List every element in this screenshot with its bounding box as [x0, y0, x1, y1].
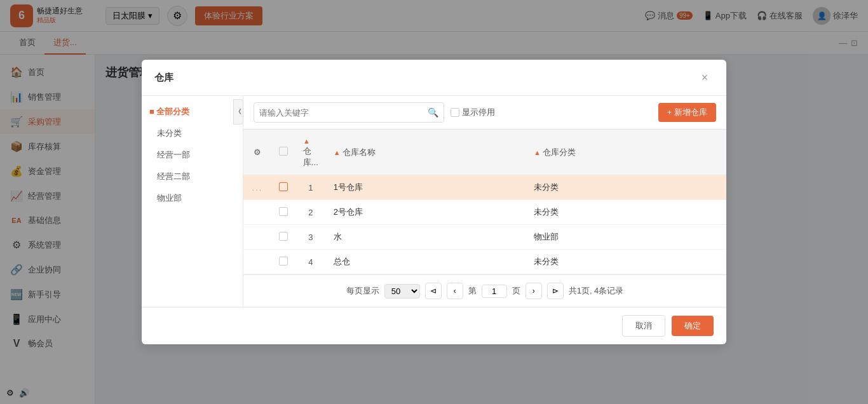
- new-warehouse-button[interactable]: + 新增仓库: [658, 103, 716, 122]
- col-check: [271, 130, 295, 175]
- page-label: 第: [468, 285, 477, 297]
- category-ops1[interactable]: 经营一部: [142, 144, 243, 166]
- next-page-button[interactable]: ›: [526, 283, 542, 299]
- col-gear: ⚙: [243, 130, 271, 175]
- row-num: 2: [295, 200, 326, 225]
- row-name: 总仓: [326, 250, 526, 274]
- search-input[interactable]: [259, 108, 428, 118]
- data-table: ⚙ ▲ 仓库... ▲ 仓库名称: [243, 130, 726, 274]
- search-icon[interactable]: 🔍: [428, 107, 438, 118]
- row-gear: ...: [243, 175, 271, 200]
- sort-icon-code: ▲: [303, 137, 310, 145]
- category-property[interactable]: 物业部: [142, 187, 243, 209]
- first-page-button[interactable]: ⊲: [425, 283, 442, 299]
- row-checkbox-cell: [271, 175, 295, 200]
- all-categories[interactable]: ■ 全部分类: [142, 101, 243, 123]
- cancel-button[interactable]: 取消: [622, 315, 665, 337]
- table-row[interactable]: 4 总仓 未分类: [243, 250, 726, 274]
- row-category: 未分类: [526, 175, 726, 200]
- row-name: 1号仓库: [326, 175, 526, 200]
- page-unit: 页: [512, 285, 520, 297]
- col-name: ▲ 仓库名称: [326, 130, 526, 175]
- row-gear: [243, 200, 271, 225]
- show-disabled-label[interactable]: 显示停用: [451, 107, 495, 118]
- per-page-label: 每页显示: [346, 285, 379, 297]
- category-ops2[interactable]: 经营二部: [142, 166, 243, 187]
- row-num: 1: [295, 175, 326, 200]
- row-num: 3: [295, 225, 326, 250]
- row-name: 水: [326, 225, 526, 250]
- row-checkbox[interactable]: [279, 257, 288, 266]
- modal-footer: 取消 确定: [142, 307, 726, 344]
- select-all-checkbox[interactable]: [279, 147, 288, 156]
- row-checkbox[interactable]: [279, 207, 288, 216]
- table-toolbar: 🔍 显示停用 + 新增仓库: [243, 96, 726, 130]
- row-gear: [243, 250, 271, 274]
- row-num: 4: [295, 250, 326, 274]
- col-category: ▲ 仓库分类: [526, 130, 726, 175]
- show-disabled-text: 显示停用: [462, 107, 495, 118]
- row-checkbox-cell: [271, 250, 295, 274]
- row-actions-icon[interactable]: ...: [252, 183, 263, 192]
- warehouse-table: ⚙ ▲ 仓库... ▲ 仓库名称: [243, 130, 726, 274]
- table-header-row: ⚙ ▲ 仓库... ▲ 仓库名称: [243, 130, 726, 175]
- last-page-button[interactable]: ⊳: [547, 283, 564, 299]
- row-name: 2号仓库: [326, 200, 526, 225]
- total-info: 共1页, 4条记录: [569, 285, 624, 297]
- row-checkbox-cell: [271, 225, 295, 250]
- sort-icon-name: ▲: [334, 149, 341, 156]
- col-code: ▲ 仓库...: [295, 130, 326, 175]
- category-unclassified[interactable]: 未分类: [142, 123, 243, 144]
- table-head: ⚙ ▲ 仓库... ▲ 仓库名称: [243, 130, 726, 175]
- sort-icon-category: ▲: [534, 149, 541, 156]
- table-panel: 🔍 显示停用 + 新增仓库 ⚙: [243, 96, 726, 307]
- row-gear: [243, 225, 271, 250]
- table-body: ... 1 1号仓库 未分类 2 2号仓库 未分类 3 水 物业部: [243, 175, 726, 274]
- row-category: 未分类: [526, 250, 726, 274]
- prev-page-button[interactable]: ‹: [447, 283, 463, 299]
- pagination: 每页显示 50 20 100 ⊲ ‹ 第 页 › ⊳ 共1页, 4条记录: [243, 274, 726, 307]
- row-category: 物业部: [526, 225, 726, 250]
- all-category-label: ■ 全部分类: [149, 106, 189, 118]
- modal-close-button[interactable]: ×: [696, 69, 714, 86]
- search-box: 🔍: [254, 102, 444, 123]
- modal-header: 仓库 ×: [142, 60, 726, 96]
- row-checkbox-cell: [271, 200, 295, 225]
- modal-title: 仓库: [154, 72, 173, 84]
- category-panel-inner: ■ 全部分类 《: [142, 101, 243, 123]
- show-disabled-checkbox[interactable]: [451, 108, 459, 117]
- page-number-input[interactable]: [482, 285, 507, 298]
- row-checkbox[interactable]: [279, 232, 288, 241]
- per-page-select[interactable]: 50 20 100: [384, 284, 420, 299]
- table-row[interactable]: 2 2号仓库 未分类: [243, 200, 726, 225]
- modal-body: ■ 全部分类 《 未分类 经营一部 经营二部 物业部 🔍: [142, 96, 726, 307]
- collapse-panel-button[interactable]: 《: [233, 99, 243, 125]
- warehouse-modal: 仓库 × ■ 全部分类 《 未分类 经营一部 经营二部 物业部: [142, 60, 726, 344]
- row-category: 未分类: [526, 200, 726, 225]
- category-panel: ■ 全部分类 《 未分类 经营一部 经营二部 物业部: [142, 96, 243, 307]
- row-checkbox[interactable]: [279, 182, 288, 191]
- table-row[interactable]: 3 水 物业部: [243, 225, 726, 250]
- table-row[interactable]: ... 1 1号仓库 未分类: [243, 175, 726, 200]
- modal-overlay: 仓库 × ■ 全部分类 《 未分类 经营一部 经营二部 物业部: [0, 0, 868, 404]
- confirm-button[interactable]: 确定: [672, 316, 714, 336]
